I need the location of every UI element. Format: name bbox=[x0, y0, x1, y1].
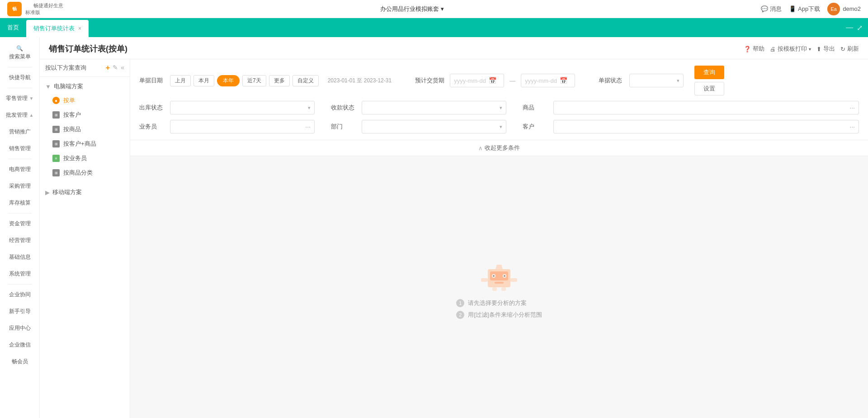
sidebar-item-search[interactable]: 🔍 搜索菜单 bbox=[0, 41, 39, 65]
sidebar-item-newbie[interactable]: 新手引导 bbox=[0, 303, 39, 320]
sidebar-item-operations[interactable]: 经营管理 bbox=[0, 232, 39, 249]
scheme-item-by-salesman[interactable]: ≡ 按业务员 bbox=[40, 151, 130, 166]
collapse-bar[interactable]: ∧ 收起更多条件 bbox=[130, 140, 868, 156]
tab-bar: 首页 销售订单统计表 × — ⤢ bbox=[0, 18, 868, 37]
salesman-select[interactable]: ··· bbox=[170, 120, 315, 133]
chevron-up-icon: ▲ bbox=[29, 113, 34, 118]
more-btn[interactable]: 更多 bbox=[269, 75, 290, 86]
add-scheme-icon[interactable]: + bbox=[106, 64, 110, 72]
sidebar-item-appstore[interactable]: 应用中心 bbox=[0, 320, 39, 337]
department-label: 部门 bbox=[331, 123, 356, 131]
filter-row-staff: 业务员 ··· 部门 ▾ 客户 ··· bbox=[139, 120, 859, 133]
status-chevron-icon: ▾ bbox=[677, 78, 679, 84]
pay-status-select[interactable]: ▾ bbox=[362, 101, 506, 114]
scheme-item-by-category[interactable]: ⊞ 按商品分类 bbox=[40, 166, 130, 180]
sidebar-item-ecommerce[interactable]: 电商管理 bbox=[0, 161, 39, 178]
print-btn[interactable]: 🖨 按模板打印 ▾ bbox=[770, 45, 811, 53]
app-logo: 畅 bbox=[7, 2, 22, 16]
tab-bar-actions: — ⤢ bbox=[846, 24, 868, 32]
svg-rect-11 bbox=[501, 287, 506, 291]
department-select[interactable]: ▾ bbox=[362, 120, 506, 133]
svg-marker-7 bbox=[495, 265, 503, 269]
sidebar-item-marketing[interactable]: 营销推广 bbox=[0, 124, 39, 140]
tab-home[interactable]: 首页 bbox=[0, 18, 26, 37]
page-selector[interactable]: 办公用品行业模拟账套 ▾ bbox=[380, 5, 444, 13]
expected-date-start[interactable]: yyyy-mm-dd 📅 bbox=[450, 74, 504, 87]
sidebar-item-member[interactable]: 畅会员 bbox=[0, 353, 39, 370]
help-icon: ❓ bbox=[744, 46, 751, 52]
export-btn[interactable]: ⬆ 导出 bbox=[816, 45, 835, 53]
sidebar-item-sales[interactable]: 销售管理 bbox=[0, 140, 39, 157]
this-year-btn[interactable]: 本年 bbox=[217, 75, 240, 86]
ship-status-label: 出库状态 bbox=[139, 104, 165, 112]
this-month-btn[interactable]: 本月 bbox=[193, 75, 214, 86]
custom-btn[interactable]: 自定义 bbox=[292, 75, 319, 86]
scheme-group-pc-header[interactable]: ▼ 电脑端方案 bbox=[40, 80, 130, 93]
empty-tip-2: 2 用[过滤]条件来缩小分析范围 bbox=[456, 311, 542, 319]
sidebar-item-finance[interactable]: 资金管理 bbox=[0, 215, 39, 232]
side-panel-wrapper: 按以下方案查询 + ✎ « ▼ 电脑端方案 ● 按单 bbox=[40, 59, 868, 418]
expected-date-end[interactable]: yyyy-mm-dd 📅 bbox=[521, 74, 575, 87]
filter-row-status: 出库状态 ▾ 收款状态 ▾ 商品 ··· bbox=[139, 101, 859, 114]
ship-status-select[interactable]: ▾ bbox=[170, 101, 315, 114]
refresh-btn[interactable]: ↻ 刷新 bbox=[840, 45, 859, 53]
download-btn[interactable]: 📱 App下载 bbox=[789, 5, 820, 13]
sidebar-item-wholesale[interactable]: 批发管理 ▲ bbox=[0, 107, 39, 124]
salesman-label: 业务员 bbox=[139, 123, 165, 131]
right-content: 单据日期 上月 本月 本年 近7天 更多 自定义 2023-01-01 至 20… bbox=[130, 59, 868, 418]
svg-rect-9 bbox=[510, 278, 517, 282]
tab-close-icon[interactable]: × bbox=[78, 25, 81, 32]
salesman-more-icon[interactable]: ··· bbox=[305, 123, 311, 130]
date-label: 单据日期 bbox=[139, 76, 165, 85]
scheme-item-by-goods[interactable]: ⊞ 按商品 bbox=[40, 122, 130, 137]
print-chevron-icon: ▾ bbox=[809, 47, 811, 52]
sidebar-item-purchase[interactable]: 采购管理 bbox=[0, 178, 39, 195]
collapse-scheme-icon[interactable]: « bbox=[121, 64, 124, 72]
status-label: 单据状态 bbox=[599, 76, 624, 85]
user-profile[interactable]: Ea demo2 bbox=[827, 3, 861, 15]
svg-rect-10 bbox=[492, 287, 497, 291]
print-icon: 🖨 bbox=[770, 46, 776, 52]
scheme-item-by-customer[interactable]: ⊞ 按客户 bbox=[40, 108, 130, 122]
sidebar-item-enterprise[interactable]: 企业协同 bbox=[0, 286, 39, 303]
scheme-item-icon-goods: ⊞ bbox=[52, 126, 60, 133]
collapse-icon: ∧ bbox=[478, 145, 483, 152]
edit-scheme-icon[interactable]: ✎ bbox=[113, 64, 118, 72]
svg-rect-6 bbox=[495, 282, 504, 284]
page-actions: ❓ 帮助 🖨 按模板打印 ▾ ⬆ 导出 ↻ 刷新 bbox=[744, 45, 859, 53]
status-select[interactable]: ▾ bbox=[629, 74, 684, 87]
window-maximize-icon[interactable]: ⤢ bbox=[857, 24, 863, 32]
last-month-btn[interactable]: 上月 bbox=[170, 75, 191, 86]
top-bar-right: 💬 消息 📱 App下载 Ea demo2 bbox=[761, 3, 861, 15]
goods-select[interactable]: ··· bbox=[553, 101, 859, 114]
goods-more-icon[interactable]: ··· bbox=[849, 104, 855, 111]
scheme-item-by-customer-goods[interactable]: ⊞ 按客户+商品 bbox=[40, 137, 130, 151]
customer-select[interactable]: ··· bbox=[553, 120, 859, 133]
last7days-btn[interactable]: 近7天 bbox=[242, 75, 266, 86]
scheme-panel-icon-group: + ✎ « bbox=[106, 64, 124, 72]
sidebar-item-retail[interactable]: 零售管理 ▼ bbox=[0, 90, 39, 107]
pay-status-label: 收款状态 bbox=[331, 104, 356, 112]
scheme-mobile-expand-icon: ▶ bbox=[45, 189, 50, 196]
logo-text: 畅 bbox=[12, 6, 17, 12]
message-btn[interactable]: 💬 消息 bbox=[761, 5, 782, 13]
sidebar-item-inventory[interactable]: 库存核算 bbox=[0, 195, 39, 211]
tab-sales-order[interactable]: 销售订单统计表 × bbox=[26, 20, 89, 37]
scheme-group-mobile-header[interactable]: ▶ 移动端方案 bbox=[40, 185, 130, 199]
query-btn[interactable]: 查询 bbox=[694, 66, 724, 79]
scheme-panel-header: 按以下方案查询 + ✎ « bbox=[40, 59, 130, 77]
help-btn[interactable]: ❓ 帮助 bbox=[744, 45, 764, 53]
settings-btn[interactable]: 设置 bbox=[694, 82, 724, 95]
filter-row-date: 单据日期 上月 本月 本年 近7天 更多 自定义 2023-01-01 至 20… bbox=[139, 66, 859, 95]
window-minimize-icon[interactable]: — bbox=[846, 24, 853, 32]
sidebar-item-wechat[interactable]: 企业微信 bbox=[0, 337, 39, 353]
expected-date-label: 预计交货期 bbox=[415, 76, 444, 85]
scheme-item-by-order[interactable]: ● 按单 bbox=[40, 93, 130, 108]
ship-chevron-icon: ▾ bbox=[308, 105, 311, 111]
scheme-item-icon-order: ● bbox=[52, 97, 60, 104]
sidebar-item-basic[interactable]: 基础信息 bbox=[0, 249, 39, 266]
customer-more-icon[interactable]: ··· bbox=[849, 123, 855, 130]
sidebar-item-system[interactable]: 系统管理 bbox=[0, 266, 39, 282]
empty-state: 1 请先选择要分析的方案 2 用[过滤]条件来缩小分析范围 bbox=[456, 256, 542, 319]
sidebar-item-quick-nav[interactable]: 快捷导航 bbox=[0, 69, 39, 86]
